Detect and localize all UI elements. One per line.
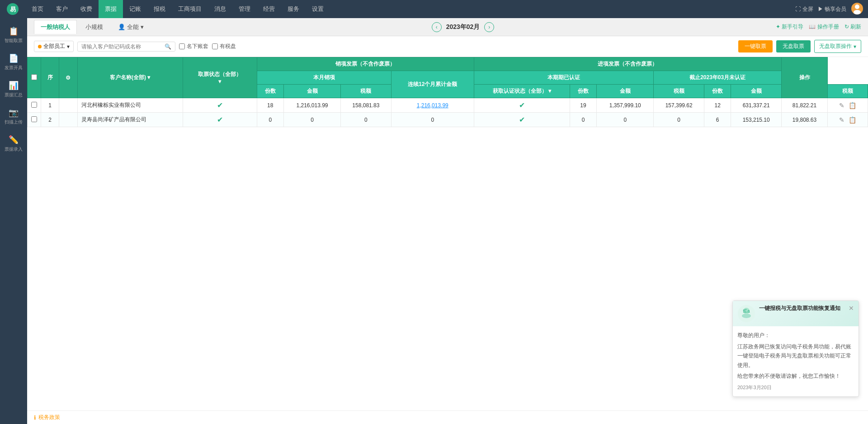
row-no-1: 2 bbox=[41, 113, 59, 127]
nav-customer[interactable]: 客户 bbox=[50, 0, 74, 18]
employee-select[interactable]: 全部员工 ▾ bbox=[34, 41, 74, 52]
row-checkbox-0[interactable] bbox=[28, 98, 41, 113]
row-sales-tax-0: 158,081.83 bbox=[341, 98, 392, 113]
sidebar: 📋 智能取票 📄 发票开具 📊 票据汇总 📷 扫描上传 ✏️ 票据录入 bbox=[0, 18, 27, 424]
row-checkbox-1[interactable] bbox=[28, 113, 41, 127]
th-operation: 操作 bbox=[782, 57, 828, 98]
claim-status-filter-icon[interactable]: ▾ bbox=[218, 78, 221, 85]
checkbox-has-disk[interactable]: 有税盘 bbox=[212, 43, 236, 50]
row-customer-name-1[interactable]: 灵寿县尚泽矿产品有限公司 bbox=[77, 113, 183, 127]
sidebar-item-smart-claim[interactable]: 📋 智能取票 bbox=[0, 23, 27, 48]
next-month-btn[interactable]: › bbox=[484, 22, 494, 32]
th-uncert-count: 份数 bbox=[704, 85, 731, 98]
filter-icon[interactable]: ▾ bbox=[147, 74, 150, 81]
consecutive-12-link-0[interactable]: 1,216,013.99 bbox=[417, 102, 448, 109]
nav-business[interactable]: 工商项目 bbox=[172, 0, 208, 18]
cert-status-icon-0: ✔ bbox=[519, 101, 525, 109]
nav-operation[interactable]: 经营 bbox=[257, 0, 281, 18]
tax-policy-link[interactable]: 税务政策 bbox=[38, 414, 60, 421]
has-disk-checkbox[interactable] bbox=[212, 43, 218, 49]
search-icon[interactable]: 🔍 bbox=[165, 43, 171, 50]
sidebar-item-invoice-entry[interactable]: ✏️ 票据录入 bbox=[0, 131, 27, 156]
svg-point-3 bbox=[855, 5, 859, 9]
sidebar-item-invoice-open[interactable]: 📄 发票开具 bbox=[0, 50, 27, 75]
row-cert-status-0: ✔ bbox=[474, 98, 570, 113]
nav-bookkeeping[interactable]: 记账 bbox=[123, 0, 147, 18]
notification-body: 尊敬的用户： 江苏政务网已恢复访问电子税务局功能，易代账一键登陆电子税务局与无盘… bbox=[733, 326, 859, 396]
nav-tax[interactable]: 报税 bbox=[147, 0, 172, 18]
row-uncert-count-1: 6 bbox=[704, 113, 731, 127]
cert-status-icon-1: ✔ bbox=[519, 116, 525, 124]
row-uncert-tax-0: 81,822.21 bbox=[782, 98, 828, 113]
nav-message[interactable]: 消息 bbox=[208, 0, 232, 18]
tab-bar: 一般纳税人 小规模 👤 全能 ▾ ‹ 2023年02月 › ✦ 新手引导 📖 操… bbox=[27, 18, 868, 36]
edit-icon-0[interactable]: ✎ bbox=[839, 102, 844, 109]
top-nav: 易 首页 客户 收费 票据 记账 报税 工商项目 消息 管理 经营 服务 设置 … bbox=[0, 0, 868, 18]
view-icon-0[interactable]: 📋 bbox=[849, 102, 856, 109]
tab-general-taxpayer[interactable]: 一般纳税人 bbox=[34, 20, 77, 34]
nav-service[interactable]: 服务 bbox=[281, 0, 306, 18]
nav-ticket[interactable]: 票据 bbox=[99, 0, 123, 18]
row-purchase-tax-0: 157,399.62 bbox=[654, 98, 704, 113]
nav-home[interactable]: 首页 bbox=[25, 0, 50, 18]
edit-icon-1[interactable]: ✎ bbox=[839, 116, 844, 124]
row-sales-amount-1: 0 bbox=[283, 113, 340, 127]
row-select-0[interactable] bbox=[31, 102, 37, 108]
person-icon: 👤 bbox=[118, 24, 125, 30]
sidebar-item-invoice-summary[interactable]: 📊 票据汇总 bbox=[0, 77, 27, 102]
row-claim-status-0: ✔ bbox=[183, 98, 257, 113]
nav-fee[interactable]: 收费 bbox=[74, 0, 99, 18]
notification-apology: 给您带来的不便敬请谅解，祝您工作愉快！ bbox=[737, 372, 854, 381]
th-purchase-tax: 税额 bbox=[654, 85, 704, 98]
nav-settings[interactable]: 设置 bbox=[306, 0, 330, 18]
checkbox-own-accounts[interactable]: 名下账套 bbox=[179, 43, 208, 50]
search-input[interactable] bbox=[81, 43, 163, 50]
notification-close-btn[interactable]: ✕ bbox=[849, 305, 854, 312]
nav-manage[interactable]: 管理 bbox=[232, 0, 257, 18]
row-actions-1: ✎ 📋 bbox=[828, 113, 868, 127]
avatar[interactable] bbox=[851, 2, 863, 16]
th-purchase-invoice-group: 进项发票（不含作废票） bbox=[474, 57, 781, 71]
row-uncert-tax-1: 19,808.63 bbox=[782, 113, 828, 127]
member-btn[interactable]: ▶ 畅享会员 bbox=[818, 5, 846, 13]
notification-body-text: 江苏政务网已恢复访问电子税务局功能，易代账一键登陆电子税务局与无盘取票相关功能可… bbox=[737, 342, 854, 370]
more-operations-button[interactable]: 无盘取票操作 ▾ bbox=[814, 40, 861, 53]
month-nav-center: ‹ 2023年02月 › bbox=[152, 22, 774, 32]
row-consecutive-12-0[interactable]: 1,216,013.99 bbox=[391, 98, 474, 113]
nav-right: ⛶ 全屏 ▶ 畅享会员 bbox=[795, 2, 863, 16]
scan-upload-icon: 📷 bbox=[9, 108, 19, 118]
th-no: 序 bbox=[41, 57, 59, 98]
tab-small-scale[interactable]: 小规模 bbox=[79, 20, 109, 34]
row-consecutive-12-1[interactable]: 0 bbox=[391, 113, 474, 127]
row-purchase-amount-0: 1,357,999.10 bbox=[597, 98, 654, 113]
cert-status-filter-icon[interactable]: ▾ bbox=[548, 88, 551, 94]
row-settings-1 bbox=[59, 113, 78, 127]
dot-icon bbox=[38, 45, 42, 48]
row-uncert-amount-0: 631,337.21 bbox=[731, 98, 782, 113]
row-select-1[interactable] bbox=[31, 116, 37, 122]
quick-claim-button[interactable]: 一键取票 bbox=[738, 40, 773, 52]
own-accounts-checkbox[interactable] bbox=[179, 43, 185, 49]
notification-title: 一键报税与无盘取票功能恢复通知 bbox=[759, 305, 840, 312]
th-current-period-certified: 本期期已认证 bbox=[474, 71, 654, 85]
smart-claim-icon: 📋 bbox=[9, 26, 19, 36]
th-sales-tax: 税额 bbox=[341, 85, 392, 98]
fullscreen-btn[interactable]: ⛶ 全屏 bbox=[795, 5, 813, 13]
refresh-btn[interactable]: ↻ 刷新 bbox=[844, 23, 861, 31]
nav-items: 首页 客户 收费 票据 记账 报税 工商项目 消息 管理 经营 服务 设置 bbox=[25, 0, 795, 18]
manual-btn[interactable]: 📖 操作手册 bbox=[809, 23, 839, 31]
prev-month-btn[interactable]: ‹ bbox=[432, 22, 442, 32]
toolbar-right: 一键取票 无盘取票 无盘取票操作 ▾ bbox=[738, 40, 861, 53]
row-purchase-amount-1: 0 bbox=[597, 113, 654, 127]
view-icon-1[interactable]: 📋 bbox=[849, 116, 856, 124]
no-disk-claim-button[interactable]: 无盘取票 bbox=[776, 40, 811, 52]
new-guide-btn[interactable]: ✦ 新手引导 bbox=[776, 23, 803, 31]
settings-icon[interactable]: ⚙ bbox=[66, 75, 71, 81]
claim-status-icon-0: ✔ bbox=[217, 101, 223, 109]
row-customer-name-0[interactable]: 河北柯橡栎实业有限公司 bbox=[77, 98, 183, 113]
sidebar-item-scan-upload[interactable]: 📷 扫描上传 bbox=[0, 104, 27, 129]
row-cert-status-1: ✔ bbox=[474, 113, 570, 127]
select-all-checkbox[interactable] bbox=[31, 74, 37, 80]
toolbar: 全部员工 ▾ 🔍 名下账套 有税盘 一键取票 无盘取票 bbox=[27, 36, 868, 57]
tab-all[interactable]: 👤 全能 ▾ bbox=[112, 20, 150, 34]
